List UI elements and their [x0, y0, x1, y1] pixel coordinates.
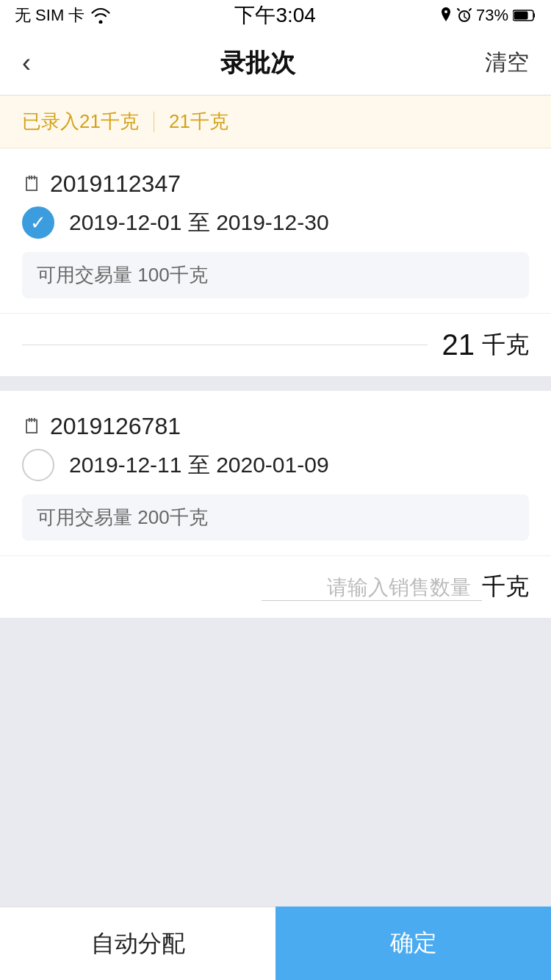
- batch1-doc-icon: 🗒: [22, 172, 43, 196]
- batch2-date-range: 2019-12-11 至 2020-01-09: [69, 450, 329, 480]
- batch2-doc-icon: 🗒: [22, 414, 43, 439]
- no-sim-text: 无 SIM 卡: [15, 4, 84, 26]
- wifi-icon: [90, 7, 111, 24]
- clear-button[interactable]: 清空: [485, 48, 529, 78]
- batch2-quantity-row[interactable]: 千克: [0, 555, 551, 618]
- status-left: 无 SIM 卡: [15, 4, 111, 26]
- batch1-availability: 可用交易量 100千克: [22, 252, 529, 298]
- confirm-button[interactable]: 确定: [276, 907, 551, 980]
- auto-distribute-button[interactable]: 自动分配: [0, 907, 276, 980]
- status-right: 73%: [439, 6, 536, 25]
- total-text: 21千克: [169, 109, 228, 134]
- status-bar: 无 SIM 卡 下午3:04 73%: [0, 0, 551, 31]
- bottom-bar: 自动分配 确定: [0, 907, 551, 980]
- batch1-date-row[interactable]: ✓ 2019-12-01 至 2019-12-30: [22, 206, 529, 239]
- batch1-quantity-unit: 千克: [482, 329, 529, 361]
- svg-rect-3: [514, 12, 527, 20]
- batch1-radio[interactable]: ✓: [22, 206, 54, 239]
- batch1-quantity-value: 21: [442, 328, 475, 361]
- batch1-quantity-row: 21 千克: [0, 313, 551, 376]
- check-icon: ✓: [30, 213, 46, 232]
- alarm-icon: [457, 7, 472, 24]
- location-icon: [439, 7, 453, 24]
- batch1-date-range: 2019-12-01 至 2019-12-30: [69, 208, 329, 238]
- nav-bar: ‹ 录批次 清空: [0, 31, 551, 96]
- batch1-header: 🗒 2019112347: [22, 170, 529, 198]
- batch-item-2: 🗒 2019126781 2019-12-11 至 2020-01-09 可用交…: [0, 391, 551, 555]
- batch2-availability: 可用交易量 200千克: [22, 494, 529, 541]
- batch2-radio[interactable]: [22, 449, 54, 481]
- recorded-text: 已录入21千克: [22, 109, 139, 134]
- battery-icon: [513, 9, 536, 22]
- status-time: 下午3:04: [234, 1, 316, 29]
- batch2-date-row[interactable]: 2019-12-11 至 2020-01-09: [22, 449, 529, 481]
- summary-bar: 已录入21千克 21千克: [0, 96, 551, 148]
- batch2-quantity-input[interactable]: [262, 573, 482, 601]
- battery-text: 73%: [476, 6, 508, 25]
- batch1-id: 2019112347: [50, 170, 181, 198]
- batch2-header: 🗒 2019126781: [22, 413, 529, 440]
- batch-divider: [0, 376, 551, 391]
- batch2-id: 2019126781: [50, 413, 181, 440]
- summary-divider: [154, 112, 154, 132]
- batch2-quantity-unit: 千克: [482, 571, 529, 603]
- batch-item-1: 🗒 2019112347 ✓ 2019-12-01 至 2019-12-30 可…: [0, 148, 551, 313]
- back-button[interactable]: ‹: [22, 48, 31, 79]
- svg-point-0: [444, 10, 447, 13]
- page-title: 录批次: [220, 46, 295, 80]
